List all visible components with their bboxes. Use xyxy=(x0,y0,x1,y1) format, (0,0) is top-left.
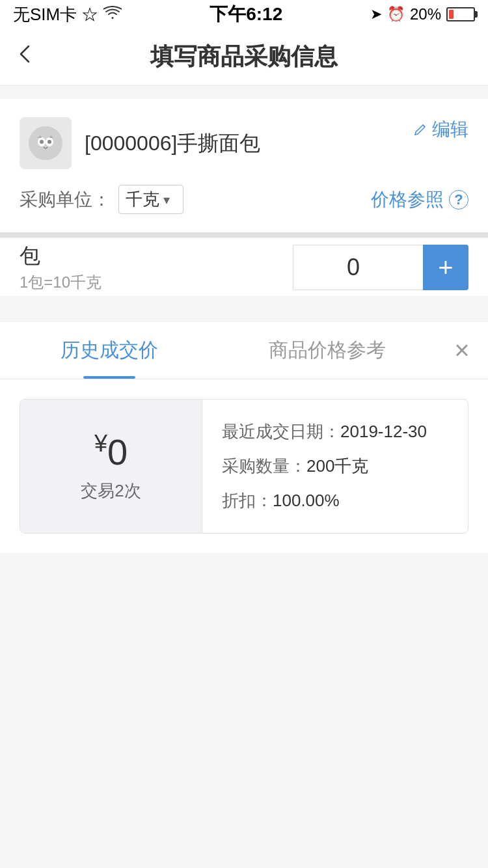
edit-label: 编辑 xyxy=(432,117,468,142)
price-ref-label: 价格参照 xyxy=(371,187,444,212)
gps-icon: ➤ xyxy=(370,6,382,23)
status-time: 下午6:12 xyxy=(210,2,282,27)
battery-percent: 20% xyxy=(410,5,441,23)
product-left: [0000006]手撕面包 xyxy=(20,117,260,169)
back-button[interactable] xyxy=(16,40,35,74)
tab-history-price[interactable]: 历史成交价 xyxy=(0,322,218,379)
tabs-header: 历史成交价 商品价格参考 × xyxy=(0,322,488,379)
tab-price-ref-label: 商品价格参考 xyxy=(269,337,386,364)
card-details-section: 最近成交日期：2019-12-30 采购数量：200千克 折扣：100.00% xyxy=(202,400,468,533)
wifi-icon xyxy=(103,5,122,25)
currency-symbol: ¥ xyxy=(94,430,107,457)
quantity-input[interactable] xyxy=(293,245,423,290)
svg-point-3 xyxy=(40,140,44,144)
purchase-qty-row: 采购数量：200千克 xyxy=(222,454,448,479)
quantity-label-group: 包 1包=10千克 xyxy=(20,242,102,293)
history-card: ¥0 交易2次 最近成交日期：2019-12-30 采购数量：200千克 折扣：… xyxy=(20,399,468,534)
unit-row: 采购单位： 千克 ▾ xyxy=(20,185,183,214)
product-name: [0000006]手撕面包 xyxy=(85,129,260,158)
trade-count: 交易2次 xyxy=(81,480,141,502)
recent-date-value: 2019-12-30 xyxy=(340,422,427,441)
plus-icon: + xyxy=(438,253,453,282)
discount-row: 折扣：100.00% xyxy=(222,488,448,513)
battery-icon xyxy=(446,7,475,21)
status-left: 无SIM卡 ☆ xyxy=(13,3,122,26)
svg-point-4 xyxy=(47,140,51,144)
card-price-section: ¥0 交易2次 xyxy=(20,400,202,533)
unit-label: 采购单位： xyxy=(20,187,111,212)
product-header: [0000006]手撕面包 编辑 xyxy=(20,117,468,169)
section-divider xyxy=(0,232,488,237)
status-right: ➤ ⏰ 20% xyxy=(370,5,475,23)
tabs-section: 历史成交价 商品价格参考 × ¥0 交易2次 最近成交日期：2019-12-30… xyxy=(0,322,488,553)
edit-icon xyxy=(413,122,428,137)
unit-sub-label: 1包=10千克 xyxy=(20,272,102,293)
quantity-plus-button[interactable]: + xyxy=(423,245,468,290)
quantity-input-group: + xyxy=(293,245,468,290)
price-display: ¥0 xyxy=(94,430,128,473)
product-card: [0000006]手撕面包 编辑 采购单位： 千克 ▾ 价格参照 ? xyxy=(0,99,488,232)
dropdown-arrow-icon: ▾ xyxy=(163,192,170,208)
nav-bar: 填写商品采购信息 xyxy=(0,29,488,86)
tab-close-button[interactable]: × xyxy=(436,322,488,379)
quantity-section: 包 1包=10千克 + xyxy=(0,239,488,296)
price-reference-button[interactable]: 价格参照 ? xyxy=(371,187,468,212)
card-content: ¥0 交易2次 最近成交日期：2019-12-30 采购数量：200千克 折扣：… xyxy=(0,379,488,553)
carrier-label: 无SIM卡 ☆ xyxy=(13,3,98,26)
discount-label: 折扣： xyxy=(222,491,273,510)
status-bar: 无SIM卡 ☆ 下午6:12 ➤ ⏰ 20% xyxy=(0,0,488,29)
unit-select-dropdown[interactable]: 千克 ▾ xyxy=(118,185,183,214)
close-icon: × xyxy=(454,336,469,365)
tab-history-label: 历史成交价 xyxy=(61,337,158,364)
recent-date-label: 最近成交日期： xyxy=(222,422,340,441)
product-footer: 采购单位： 千克 ▾ 价格参照 ? xyxy=(20,185,468,214)
price-ref-help-icon: ? xyxy=(449,190,468,210)
purchase-qty-label: 采购数量： xyxy=(222,456,306,476)
main-divider xyxy=(0,296,488,309)
purchase-qty-value: 200千克 xyxy=(306,456,368,476)
unit-value: 千克 xyxy=(126,188,159,211)
unit-big-label: 包 xyxy=(20,242,102,271)
svg-point-0 xyxy=(29,126,62,160)
edit-button[interactable]: 编辑 xyxy=(413,117,468,142)
page-title: 填写商品采购信息 xyxy=(150,41,338,73)
tab-price-reference[interactable]: 商品价格参考 xyxy=(218,322,436,379)
discount-value: 100.00% xyxy=(273,491,340,510)
alarm-icon: ⏰ xyxy=(387,6,405,23)
price-value: 0 xyxy=(107,431,128,472)
recent-date-row: 最近成交日期：2019-12-30 xyxy=(222,419,448,444)
product-thumbnail xyxy=(20,117,72,169)
